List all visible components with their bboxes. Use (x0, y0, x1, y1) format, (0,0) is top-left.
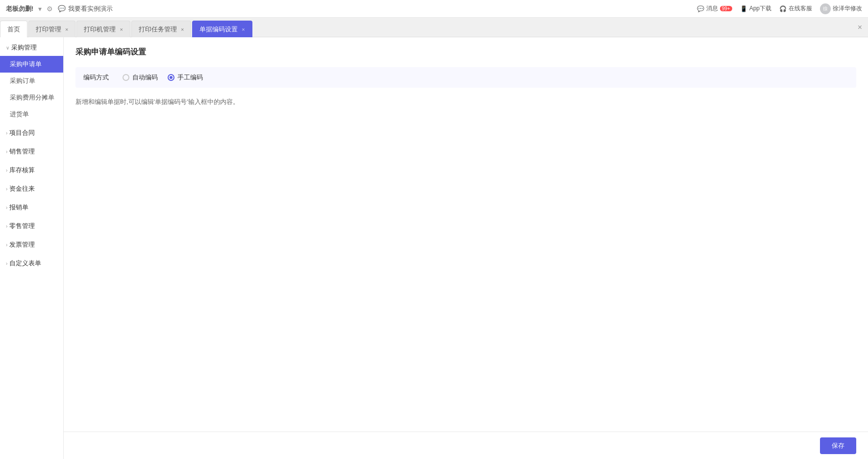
coding-method-label: 编码方式 (83, 73, 113, 82)
sidebar-group-invoice-mgmt: › 发票管理 (0, 236, 63, 253)
sidebar-group-inventory: › 库存核算 (0, 162, 63, 178)
main-layout: ∨ 采购管理 采购申请单 采购订单 采购费用分摊单 进货单 › 项目合同 (0, 37, 868, 459)
arrow-icon-sales-mgmt: › (6, 149, 7, 154)
arrow-icon-returns: › (6, 205, 7, 210)
radio-auto-label: 自动编码 (132, 73, 158, 82)
service-icon: 🎧 (779, 5, 787, 12)
sidebar-group-custom-forms: › 自定义表单 (0, 255, 63, 272)
brand-text: 老板勿删! (6, 4, 33, 13)
app-icon: 📱 (740, 5, 747, 12)
sidebar-group-project-contract: › 项目合同 (0, 125, 63, 141)
online-service-button[interactable]: 🎧 在线客服 (779, 4, 812, 13)
sidebar-group-title-sales-mgmt[interactable]: › 销售管理 (0, 143, 63, 160)
tab-print-mgmt[interactable]: 打印管理 × (28, 21, 75, 37)
tab-home-label: 首页 (7, 25, 20, 34)
arrow-icon-custom-forms: › (6, 261, 7, 266)
content-area: 采购申请单编码设置 编码方式 自动编码 手工编码 (64, 37, 868, 459)
arrow-icon-funds: › (6, 186, 7, 192)
hint-text: 新增和编辑单据时,可以编辑'单据编码号'输入框中的内容。 (75, 98, 856, 106)
tab-print-task-mgmt[interactable]: 打印任务管理 × (131, 21, 191, 37)
tab-home[interactable]: 首页 (0, 21, 27, 37)
sidebar-group-label-funds: 资金往来 (9, 184, 35, 193)
sidebar-item-label-stock-in: 进货单 (10, 110, 29, 118)
sidebar-item-stock-in[interactable]: 进货单 (0, 106, 63, 123)
tab-print-mgmt-close[interactable]: × (65, 26, 68, 32)
message-button[interactable]: 💬 消息 99+ (697, 4, 732, 13)
sidebar: ∨ 采购管理 采购申请单 采购订单 采购费用分摊单 进货单 › 项目合同 (0, 37, 64, 459)
tab-single-code-settings[interactable]: 单据编码设置 × (192, 21, 252, 37)
sidebar-item-label-purchase-request: 采购申请单 (10, 60, 42, 68)
sidebar-item-purchase-order[interactable]: 采购订单 (0, 73, 63, 89)
page-title: 采购申请单编码设置 (75, 47, 856, 57)
arrow-icon-project-contract: › (6, 130, 7, 136)
sidebar-item-label-purchase-order: 采购订单 (10, 77, 35, 84)
sidebar-group-funds: › 资金往来 (0, 180, 63, 197)
close-all-button[interactable]: × (858, 18, 862, 37)
tab-single-code-settings-close[interactable]: × (242, 26, 245, 32)
notice-text: 我要看实例演示 (68, 4, 113, 13)
sidebar-group-label-sales-mgmt: 销售管理 (9, 147, 35, 156)
sidebar-group-title-custom-forms[interactable]: › 自定义表单 (0, 255, 63, 272)
tab-bar: 首页 打印管理 × 打印机管理 × 打印任务管理 × 单据编码设置 × × (0, 18, 868, 37)
user-profile-button[interactable]: 徐 徐泽华修改 (820, 3, 862, 14)
message-label: 消息 (706, 4, 718, 13)
sidebar-group-title-project-contract[interactable]: › 项目合同 (0, 125, 63, 141)
message-icon: 💬 (697, 5, 704, 12)
sidebar-item-purchase-request[interactable]: 采购申请单 (0, 56, 63, 73)
online-service-label: 在线客服 (789, 4, 812, 13)
content-body: 采购申请单编码设置 编码方式 自动编码 手工编码 (64, 37, 868, 432)
sidebar-group-label-retail-mgmt: 零售管理 (9, 222, 35, 230)
top-bar-left: 老板勿删! ▾ ⚙ 💬 我要看实例演示 (6, 4, 113, 13)
arrow-icon-invoice-mgmt: › (6, 242, 7, 248)
sidebar-item-label-purchase-expense: 采购费用分摊单 (10, 94, 54, 101)
sidebar-group-title-invoice-mgmt[interactable]: › 发票管理 (0, 236, 63, 253)
tab-printer-mgmt-close[interactable]: × (120, 26, 123, 32)
sidebar-group-title-inventory[interactable]: › 库存核算 (0, 162, 63, 178)
message-badge: 99+ (720, 6, 732, 11)
notice-icon: 💬 (58, 5, 66, 12)
radio-manual-label: 手工编码 (177, 73, 203, 82)
sidebar-group-title-purchase-mgmt[interactable]: ∨ 采购管理 (0, 39, 63, 56)
tab-print-mgmt-label: 打印管理 (36, 25, 61, 34)
radio-group-coding: 自动编码 手工编码 (123, 73, 203, 82)
sidebar-group-label-purchase-mgmt: 采购管理 (11, 43, 37, 52)
sidebar-item-purchase-expense[interactable]: 采购费用分摊单 (0, 89, 63, 106)
sidebar-group-sales-mgmt: › 销售管理 (0, 143, 63, 160)
radio-auto-coding[interactable]: 自动编码 (123, 73, 158, 82)
radio-circle-auto (123, 74, 129, 81)
sidebar-group-label-returns: 报销单 (9, 203, 28, 212)
tab-printer-mgmt[interactable]: 打印机管理 × (76, 21, 130, 37)
sidebar-group-title-funds[interactable]: › 资金往来 (0, 180, 63, 197)
settings-icon[interactable]: ⚙ (47, 5, 53, 13)
arrow-icon-purchase-mgmt: ∨ (6, 45, 9, 51)
app-download-label: App下载 (749, 4, 771, 13)
dropdown-icon[interactable]: ▾ (38, 5, 42, 13)
tab-single-code-settings-label: 单据编码设置 (199, 25, 238, 34)
sidebar-group-title-retail-mgmt[interactable]: › 零售管理 (0, 218, 63, 234)
notice-link[interactable]: 💬 我要看实例演示 (58, 4, 113, 13)
arrow-icon-inventory: › (6, 168, 7, 173)
coding-method-row: 编码方式 自动编码 手工编码 (75, 67, 856, 88)
top-bar: 老板勿删! ▾ ⚙ 💬 我要看实例演示 💬 消息 99+ 📱 App下载 🎧 在… (0, 0, 868, 18)
app-download-button[interactable]: 📱 App下载 (740, 4, 771, 13)
tab-printer-mgmt-label: 打印机管理 (84, 25, 116, 34)
tab-print-task-mgmt-close[interactable]: × (181, 26, 184, 32)
sidebar-group-returns: › 报销单 (0, 199, 63, 216)
sidebar-group-label-project-contract: 项目合同 (9, 128, 35, 137)
radio-circle-manual (168, 74, 174, 81)
sidebar-group-label-custom-forms: 自定义表单 (9, 259, 41, 268)
top-bar-right: 💬 消息 99+ 📱 App下载 🎧 在线客服 徐 徐泽华修改 (697, 3, 862, 14)
arrow-icon-retail-mgmt: › (6, 224, 7, 229)
sidebar-group-purchase-mgmt: ∨ 采购管理 采购申请单 采购订单 采购费用分摊单 进货单 (0, 39, 63, 123)
radio-manual-coding[interactable]: 手工编码 (168, 73, 203, 82)
user-name: 徐泽华修改 (833, 4, 862, 13)
sidebar-group-retail-mgmt: › 零售管理 (0, 218, 63, 234)
sidebar-group-label-invoice-mgmt: 发票管理 (9, 240, 35, 249)
sidebar-group-label-inventory: 库存核算 (9, 166, 35, 175)
save-button[interactable]: 保存 (820, 437, 856, 454)
tab-print-task-mgmt-label: 打印任务管理 (139, 25, 177, 34)
content-footer: 保存 (64, 432, 868, 459)
sidebar-group-title-returns[interactable]: › 报销单 (0, 199, 63, 216)
avatar: 徐 (820, 3, 831, 14)
